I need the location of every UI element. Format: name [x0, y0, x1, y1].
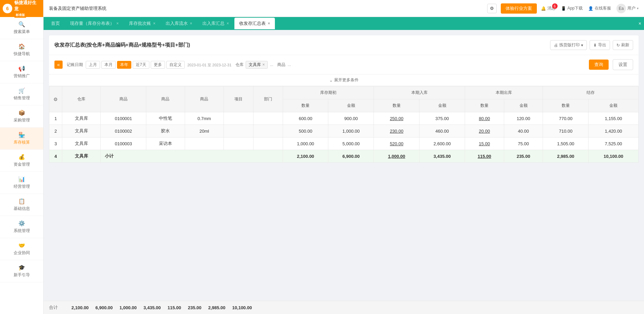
logo-icon: 6 — [3, 4, 12, 13]
table-row: 1 文具库 0100001 中性笔 0.7mm 600.00 900.00 25… — [49, 112, 639, 125]
sidebar-item-system[interactable]: ⚙️ 系统管理 — [0, 216, 43, 238]
warehouse-more[interactable]: ... — [270, 62, 273, 67]
operations-icon: 📊 — [18, 176, 25, 182]
date-btn-more[interactable]: 更多 — [151, 61, 165, 69]
tab-inventory-dist-label: 现存量（库存分布表） — [70, 20, 114, 27]
date-btn-custom[interactable]: 自定义 — [166, 61, 185, 69]
cell-out-qty[interactable]: 15.00 — [465, 137, 504, 150]
online-service-item[interactable]: 👤 在线客服 — [588, 5, 611, 11]
logo-text: 畅捷通好生意 标准版 — [14, 0, 40, 18]
warehouse-filter-label: 仓库 — [235, 62, 244, 68]
cell-bal-amt: 1,420.00 — [589, 125, 639, 137]
expand-more-button[interactable]: ⌄ 展开更多条件 — [329, 77, 359, 83]
page-title: 收发存汇总表(按仓库+商品编码+商品+规格型号+项目+部门) — [54, 42, 190, 48]
cell-warehouse: 文具库 — [62, 112, 101, 125]
tab-home[interactable]: 首页 — [46, 18, 65, 29]
cell-subtotal-in-qty[interactable]: 1,000.00 — [374, 150, 419, 163]
col-out-header: 本期出库 — [465, 86, 543, 99]
tab-inout-summary[interactable]: 出入库汇总 × — [198, 18, 234, 29]
tabs-bar: 首页 现存量（库存分布表） × 库存批次账 × 出入库流水 × 出入库汇总 × … — [44, 17, 644, 30]
cell-subtotal-out-qty[interactable]: 115.00 — [465, 150, 504, 163]
cell-open-amt: 900.00 — [328, 112, 374, 125]
sidebar-item-search[interactable]: 🔍 搜索菜单 — [0, 17, 43, 39]
export-button[interactable]: ⬇ 导出 — [590, 40, 610, 50]
sidebar-item-quicknav[interactable]: 🏠 快捷导航 — [0, 39, 43, 61]
date-btn-last-month[interactable]: 上月 — [86, 61, 100, 69]
total-values: 2,100.00 6,900.00 1,000.00 3,435.00 115.… — [71, 305, 252, 310]
goods-more[interactable]: ... — [287, 62, 291, 67]
cell-in-qty[interactable]: 250.00 — [374, 112, 419, 125]
notifications-item[interactable]: 🔔 消息 6 — [541, 5, 556, 11]
sidebar-logo: 6 畅捷通好生意 标准版 — [0, 0, 43, 17]
close-icon[interactable]: × — [268, 21, 270, 26]
date-btn-this-month[interactable]: 本月 — [101, 61, 116, 69]
total-out-amt: 235.00 — [188, 305, 201, 310]
tab-inventory-dist[interactable]: 现存量（库存分布表） × — [65, 18, 123, 29]
sidebar-item-enterprise[interactable]: 🤝 企业协同 — [0, 238, 43, 260]
col-goods-spec-header: 商品 — [185, 86, 224, 112]
total-in-amt: 3,435.00 — [144, 305, 161, 310]
cell-in-qty[interactable]: 520.00 — [374, 137, 419, 150]
cell-dept — [253, 137, 283, 150]
filter-toggle-button[interactable]: « — [54, 61, 63, 69]
close-icon[interactable]: × — [116, 21, 119, 26]
service-icon: 👤 — [588, 6, 593, 11]
tab-batch-label: 库存批次账 — [129, 20, 151, 27]
cell-in-qty[interactable]: 230.00 — [374, 125, 419, 137]
trial-button[interactable]: 体验行业方案 — [501, 3, 537, 14]
refresh-button[interactable]: ↻ 刷新 — [613, 40, 633, 50]
cell-out-qty[interactable]: 80.00 — [465, 112, 504, 125]
sidebar-item-finance[interactable]: 💰 资金管理 — [0, 150, 43, 172]
cell-subtotal-in-amt: 3,435.00 — [419, 150, 465, 163]
cell-project — [224, 112, 253, 125]
cell-bal-qty: 770.00 — [543, 112, 589, 125]
close-icon[interactable]: × — [227, 21, 229, 26]
print-button[interactable]: 🖨 拣货版打印 ▾ — [550, 40, 587, 50]
cell-subtotal-open-amt: 6,900.00 — [328, 150, 374, 163]
close-icon[interactable]: × — [153, 21, 155, 26]
cell-out-qty[interactable]: 20.00 — [465, 125, 504, 137]
warehouse-tag-close[interactable]: × — [262, 62, 265, 67]
cell-name: 采访本 — [146, 137, 185, 150]
enterprise-icon: 🤝 — [18, 242, 25, 249]
col-settings-header[interactable]: ⚙ — [49, 86, 62, 112]
total-in-qty: 1,000.00 — [119, 305, 137, 310]
query-button[interactable]: 查询 — [589, 60, 609, 70]
date-btn-7days[interactable]: 近7天 — [133, 61, 149, 69]
sidebar-item-label: 资金管理 — [14, 162, 30, 167]
date-btn-this-year[interactable]: 本年 — [117, 61, 131, 69]
cell-name: 中性笔 — [146, 112, 185, 125]
sidebar-item-label: 库存核算 — [14, 139, 30, 145]
cell-code: 0100001 — [101, 112, 146, 125]
tab-batch[interactable]: 库存批次账 × — [124, 18, 160, 29]
cell-warehouse: 文具库 — [62, 125, 101, 137]
col-balance-header: 结存 — [543, 86, 639, 99]
sidebar-item-sales[interactable]: 🛒 销售管理 — [0, 83, 43, 105]
close-icon[interactable]: × — [190, 21, 192, 26]
tab-inout-flow[interactable]: 出入库流水 × — [161, 18, 197, 29]
tab-receipt-summary[interactable]: 收发存汇总表 × — [234, 18, 275, 29]
cell-warehouse: 文具库 — [62, 137, 101, 150]
cell-name: 胶水 — [146, 125, 185, 137]
user-item[interactable]: Ea 用户 ▾ — [616, 4, 639, 13]
bottom-bar: 合计 2,100.00 6,900.00 1,000.00 3,435.00 1… — [44, 301, 644, 314]
sidebar-item-marketing[interactable]: 📢 营销推广 — [0, 61, 43, 83]
cell-spec — [185, 137, 224, 150]
cell-open-qty: 1,000.00 — [283, 137, 328, 150]
sidebar-item-basic-info[interactable]: 📋 基础信息 — [0, 194, 43, 216]
sidebar-item-guide[interactable]: 🎓 新手引导 — [0, 260, 43, 282]
app-download-item[interactable]: 📱 App下载 — [561, 5, 583, 11]
cell-out-amt: 75.00 — [504, 137, 543, 150]
page-content: 收发存汇总表(按仓库+商品编码+商品+规格型号+项目+部门) 🖨 拣货版打印 ▾… — [44, 30, 644, 301]
sidebar-item-operations[interactable]: 📊 经营管理 — [0, 172, 43, 194]
sidebar-item-inventory[interactable]: 🏪 库存核算 — [0, 128, 43, 150]
total-bal-amt: 10,100.00 — [232, 305, 252, 310]
total-open-qty: 2,100.00 — [71, 305, 89, 310]
sidebar-item-purchase[interactable]: 📦 采购管理 — [0, 105, 43, 128]
col-dept-header: 部门 — [253, 86, 283, 112]
tab-bar-close-icon[interactable]: × — [639, 21, 641, 26]
sidebar-item-label: 销售管理 — [14, 95, 30, 101]
col-in-qty-header: 数量 — [374, 99, 419, 112]
settings-icon-btn[interactable]: ⚙ — [487, 4, 497, 13]
set-button[interactable]: 设置 — [613, 59, 633, 70]
